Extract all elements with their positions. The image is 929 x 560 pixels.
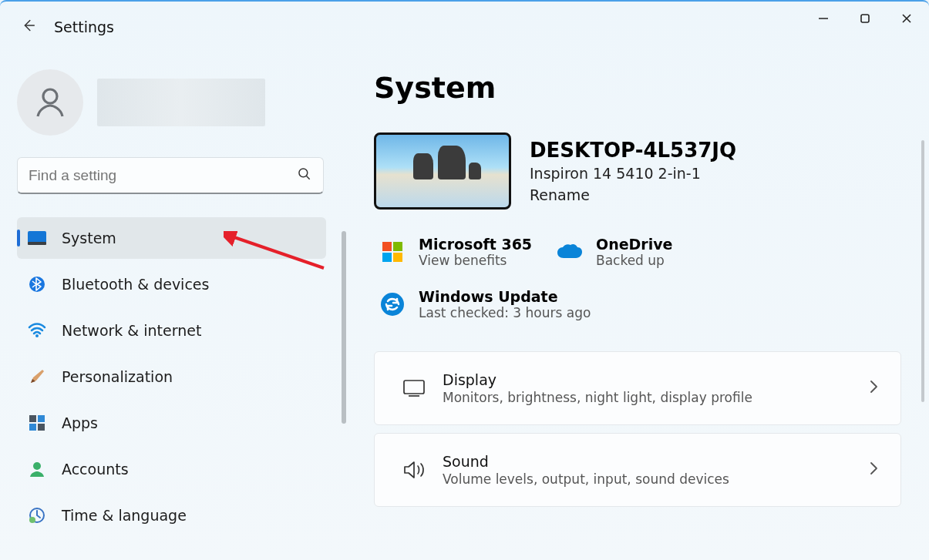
title-bar — [0, 2, 929, 35]
sidebar-item-system[interactable]: System — [17, 217, 326, 259]
search-input[interactable] — [29, 167, 297, 184]
app-title: Settings — [54, 18, 114, 35]
sidebar-item-accounts[interactable]: Accounts — [17, 448, 326, 490]
svg-line-7 — [307, 176, 310, 179]
svg-rect-13 — [38, 415, 45, 422]
avatar — [17, 69, 83, 136]
sidebar-item-time-language[interactable]: Time & language — [17, 495, 326, 536]
card-sound[interactable]: Sound Volume levels, output, input, soun… — [374, 433, 901, 507]
wifi-icon — [28, 321, 46, 340]
nav-list: System Bluetooth & devices Network & int… — [17, 217, 326, 541]
status-grid: Microsoft 365 View benefits OneDrive Bac… — [374, 233, 901, 324]
sound-icon — [396, 460, 432, 480]
profile-block[interactable] — [17, 69, 326, 136]
sidebar-item-label: Apps — [62, 414, 98, 431]
card-title: Sound — [443, 453, 729, 470]
sidebar-item-personalization[interactable]: Personalization — [17, 356, 326, 397]
settings-cards: Display Monitors, brightness, night ligh… — [374, 351, 901, 507]
svg-rect-20 — [393, 242, 402, 251]
card-display[interactable]: Display Monitors, brightness, night ligh… — [374, 351, 901, 425]
microsoft-365-icon — [379, 238, 406, 266]
sidebar-item-label: System — [62, 230, 116, 246]
status-subtitle: View benefits — [419, 253, 532, 268]
search-box[interactable] — [17, 157, 324, 194]
status-microsoft365[interactable]: Microsoft 365 View benefits — [374, 233, 544, 271]
card-subtitle: Volume levels, output, input, sound devi… — [443, 471, 729, 487]
header: Settings — [20, 17, 114, 37]
svg-rect-19 — [382, 242, 392, 251]
device-summary: DESKTOP-4L537JQ Inspiron 14 5410 2-in-1 … — [374, 132, 901, 210]
card-title: Display — [443, 371, 752, 388]
search-icon — [297, 166, 312, 185]
status-subtitle: Last checked: 3 hours ago — [419, 305, 591, 320]
card-subtitle: Monitors, brightness, night light, displ… — [443, 390, 752, 405]
svg-rect-1 — [861, 15, 869, 22]
main-scrollbar[interactable] — [921, 140, 924, 402]
sidebar: System Bluetooth & devices Network & int… — [0, 63, 343, 560]
main-panel: System DESKTOP-4L537JQ Inspiron 14 5410 … — [343, 63, 929, 560]
bluetooth-icon — [28, 275, 46, 293]
svg-rect-9 — [28, 242, 46, 245]
accounts-icon — [28, 460, 46, 478]
svg-rect-24 — [404, 381, 424, 394]
svg-rect-12 — [29, 415, 36, 422]
svg-point-23 — [381, 293, 404, 316]
svg-rect-21 — [382, 253, 392, 262]
svg-rect-22 — [393, 253, 402, 262]
system-icon — [28, 229, 46, 247]
status-subtitle: Backed up — [596, 253, 673, 268]
sidebar-item-network[interactable]: Network & internet — [17, 310, 326, 351]
chevron-right-icon — [868, 461, 879, 479]
status-title: Windows Update — [419, 288, 591, 305]
desktop-wallpaper-thumb[interactable] — [374, 132, 511, 210]
paintbrush-icon — [28, 367, 46, 386]
svg-rect-15 — [38, 424, 45, 431]
sidebar-item-apps[interactable]: Apps — [17, 402, 326, 444]
back-button[interactable] — [20, 17, 37, 37]
svg-rect-14 — [29, 424, 36, 431]
user-name-redacted — [97, 79, 265, 126]
status-title: OneDrive — [596, 236, 673, 253]
maximize-button[interactable] — [847, 6, 883, 31]
sidebar-item-label: Personalization — [62, 368, 173, 385]
sidebar-item-label: Accounts — [62, 461, 129, 478]
page-title: System — [374, 71, 901, 105]
svg-point-16 — [33, 462, 41, 470]
chevron-right-icon — [868, 379, 879, 397]
minimize-button[interactable] — [806, 6, 841, 31]
status-onedrive[interactable]: OneDrive Backed up — [551, 233, 721, 271]
svg-point-18 — [29, 517, 35, 523]
sidebar-item-bluetooth[interactable]: Bluetooth & devices — [17, 263, 326, 305]
onedrive-icon — [556, 238, 584, 266]
update-icon — [379, 290, 406, 318]
svg-point-11 — [35, 334, 39, 337]
status-title: Microsoft 365 — [419, 236, 532, 253]
device-name: DESKTOP-4L537JQ — [530, 139, 736, 162]
svg-point-5 — [43, 89, 57, 103]
apps-icon — [28, 414, 46, 432]
device-model: Inspiron 14 5410 2-in-1 — [530, 165, 736, 182]
sidebar-item-label: Time & language — [62, 507, 187, 524]
rename-link[interactable]: Rename — [530, 186, 736, 203]
close-button[interactable] — [889, 6, 924, 31]
svg-point-6 — [299, 168, 308, 176]
display-icon — [396, 379, 432, 397]
sidebar-item-label: Bluetooth & devices — [62, 276, 209, 293]
svg-rect-8 — [28, 231, 46, 243]
clock-globe-icon — [28, 506, 46, 525]
sidebar-item-label: Network & internet — [62, 322, 201, 339]
status-windows-update[interactable]: Windows Update Last checked: 3 hours ago — [374, 285, 901, 324]
